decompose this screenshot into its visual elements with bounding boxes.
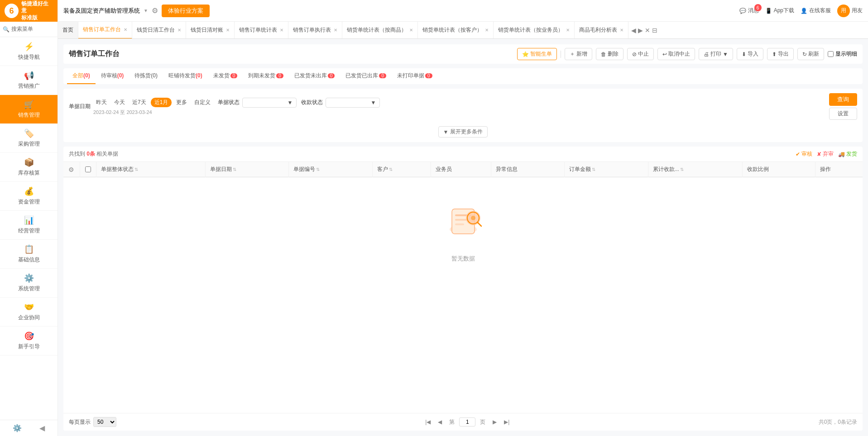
tab-close-customer[interactable]: ✕ bbox=[485, 28, 489, 33]
sidebar-item-marketing[interactable]: 📢 营销推广 bbox=[0, 66, 58, 95]
payment-select[interactable]: ▼ bbox=[326, 98, 380, 108]
online-service-item[interactable]: 👤 在线客服 bbox=[801, 7, 831, 14]
date-opt-7days[interactable]: 近7天 bbox=[129, 98, 149, 107]
sidebar-item-sales[interactable]: 🛒 销售管理 bbox=[0, 95, 58, 124]
tab-close-stats[interactable]: ✕ bbox=[280, 28, 283, 33]
tab-nav-prev[interactable]: ◀ bbox=[630, 27, 637, 34]
system-dropdown-icon[interactable]: ▼ bbox=[144, 8, 148, 13]
tab-home[interactable]: 首页 bbox=[58, 22, 78, 39]
delete-btn[interactable]: 🗑 删除 bbox=[596, 48, 623, 60]
new-btn[interactable]: ＋ 新增 bbox=[565, 48, 592, 60]
sub-tab-wangpu[interactable]: 旺铺待发货(0) bbox=[163, 68, 208, 84]
sidebar-item-purchase[interactable]: 🏷️ 采购管理 bbox=[0, 124, 58, 153]
sub-tab-overdue-not-shipped[interactable]: 到期未发货0 bbox=[243, 68, 289, 84]
expand-row: ▼ 展开更多条件 bbox=[69, 126, 857, 137]
tab-nav-expand[interactable]: ⊟ bbox=[651, 27, 658, 34]
customer-sort[interactable]: 客户 ⇅ bbox=[377, 166, 426, 173]
tab-sales-order-exec[interactable]: 销售订单执行表 ✕ bbox=[288, 22, 342, 39]
date-opt-yesterday[interactable]: 昨天 bbox=[93, 98, 110, 107]
cancel-approve-action[interactable]: ✘ 弃审 bbox=[817, 150, 834, 158]
first-page-btn[interactable]: |◀ bbox=[422, 418, 433, 426]
sub-tab-pending-review[interactable]: 待审核(0) bbox=[96, 68, 129, 84]
tab-close-staff[interactable]: ✕ bbox=[566, 28, 570, 33]
tab-goods-profit[interactable]: 商品毛利分析表 ✕ bbox=[575, 22, 628, 39]
collapse-icon[interactable]: ◀ bbox=[39, 424, 45, 432]
expand-btn[interactable]: ▼ 展开更多条件 bbox=[438, 126, 488, 137]
select-all-checkbox[interactable] bbox=[85, 166, 91, 172]
app-download-item[interactable]: 📱 App下载 bbox=[765, 7, 794, 14]
sidebar-item-system[interactable]: ⚙️ 系统管理 bbox=[0, 269, 58, 298]
msg-badge: 6 bbox=[754, 4, 762, 11]
tab-close-profit[interactable]: ✕ bbox=[620, 28, 623, 33]
sidebar-item-operation[interactable]: 📊 经营管理 bbox=[0, 211, 58, 240]
import-btn[interactable]: ⬇ 导入 bbox=[737, 48, 763, 60]
date-sort[interactable]: 单据日期 ⇅ bbox=[210, 166, 284, 173]
last-page-btn[interactable]: ▶| bbox=[501, 418, 512, 426]
show-detail-label[interactable]: 显示明细 bbox=[828, 50, 857, 58]
print-btn[interactable]: 🖨 打印 ▼ bbox=[699, 48, 733, 60]
tab-cash-reconcile[interactable]: 钱货日清对账 ✕ bbox=[186, 22, 235, 39]
tab-close-product[interactable]: ✕ bbox=[409, 28, 413, 33]
date-opt-more[interactable]: 更多 bbox=[173, 98, 190, 107]
tab-sales-stats-product[interactable]: 销货单统计表（按商品） ✕ bbox=[342, 22, 418, 39]
tab-close-sales-order[interactable]: ✕ bbox=[124, 27, 127, 32]
export-btn[interactable]: ⬆ 导出 bbox=[767, 48, 794, 60]
page-input[interactable] bbox=[459, 417, 475, 427]
topbar-gear-icon[interactable]: ⚙ bbox=[152, 6, 158, 15]
sub-tab-all[interactable]: 全部(0) bbox=[67, 68, 96, 84]
sidebar-search[interactable]: 🔍 搜索菜单 bbox=[0, 22, 58, 37]
system-icon: ⚙️ bbox=[24, 273, 34, 283]
amount-sort-icon: ⇅ bbox=[592, 167, 595, 172]
sub-tab-shipped-not-out[interactable]: 已发货未出库0 bbox=[289, 68, 340, 84]
ship-action[interactable]: 🚚 发货 bbox=[838, 150, 857, 158]
date-opt-1month[interactable]: 近1月 bbox=[151, 98, 172, 107]
sidebar-item-finance[interactable]: 💰 资金管理 bbox=[0, 182, 58, 211]
smart-create-btn[interactable]: ⭐ 智能生单 bbox=[517, 48, 557, 60]
msg-item[interactable]: 💬 消息 6 bbox=[739, 7, 759, 14]
sub-tab-pending-inspect[interactable]: 待拣货(0) bbox=[129, 68, 163, 84]
date-opt-today[interactable]: 今天 bbox=[111, 98, 128, 107]
tab-close-exec[interactable]: ✕ bbox=[334, 28, 337, 33]
sidebar-item-basic[interactable]: 📋 基础信息 bbox=[0, 240, 58, 269]
tab-close-cash-reconcile[interactable]: ✕ bbox=[226, 28, 230, 33]
select-all-input[interactable] bbox=[85, 166, 91, 172]
tab-sales-stats-staff[interactable]: 销货单统计表（按业务员） ✕ bbox=[494, 22, 575, 39]
user-item[interactable]: 用 用友 bbox=[837, 5, 863, 17]
sidebar-item-corp[interactable]: 🤝 企业协同 bbox=[0, 298, 58, 327]
number-sort[interactable]: 单据编号 ⇅ bbox=[293, 166, 368, 173]
approve-action[interactable]: ✔ 审核 bbox=[796, 150, 812, 158]
collected-sort[interactable]: 累计收款... ⇅ bbox=[653, 166, 738, 173]
tab-cash-daily[interactable]: 钱货日清工作台 ✕ bbox=[132, 22, 186, 39]
sidebar-item-newbie[interactable]: 🎯 新手引导 bbox=[0, 327, 58, 355]
date-opt-custom[interactable]: 自定义 bbox=[192, 98, 213, 107]
industry-btn[interactable]: 体验行业方案 bbox=[162, 5, 210, 17]
collected-sort-icon: ⇅ bbox=[680, 167, 684, 172]
refresh-btn[interactable]: ↻ 刷新 bbox=[797, 48, 824, 60]
tab-nav-close-all[interactable]: ✕ bbox=[644, 27, 651, 34]
purchase-icon: 🏷️ bbox=[24, 128, 34, 138]
status-select[interactable]: ▼ bbox=[242, 98, 297, 108]
tab-sales-order-workbench[interactable]: 销售订单工作台 ✕ bbox=[78, 22, 132, 39]
amount-sort[interactable]: 订单金额 ⇅ bbox=[569, 166, 643, 173]
status-sort[interactable]: 单据整体状态 ⇅ bbox=[101, 166, 201, 173]
sub-tab-shipped-out[interactable]: 已发货已出库0 bbox=[340, 68, 392, 84]
settings-icon[interactable]: ⚙ bbox=[68, 166, 75, 173]
prev-page-btn[interactable]: ◀ bbox=[435, 418, 445, 426]
cancel-stop-btn[interactable]: ↩ 取消中止 bbox=[657, 48, 695, 60]
page-actions: ⭐ 智能生单 ＋ 新增 🗑 删除 ⊘ 中止 ↩ 取消中止 bbox=[517, 48, 857, 60]
sidebar-item-quick-nav[interactable]: ⚡ 快捷导航 bbox=[0, 37, 58, 66]
tab-sales-order-stats[interactable]: 销售订单统计表 ✕ bbox=[235, 22, 288, 39]
query-btn[interactable]: 查询 bbox=[829, 93, 857, 106]
settings-bottom-icon[interactable]: ⚙️ bbox=[13, 424, 22, 432]
tab-sales-stats-customer[interactable]: 销货单统计表（按客户） ✕ bbox=[418, 22, 494, 39]
set-btn[interactable]: 设置 bbox=[829, 108, 857, 120]
sub-tab-not-printed[interactable]: 未打印单据0 bbox=[392, 68, 438, 84]
stop-btn[interactable]: ⊘ 中止 bbox=[627, 48, 654, 60]
sub-tab-not-shipped[interactable]: 未发货0 bbox=[208, 68, 243, 84]
sidebar-item-inventory[interactable]: 📦 库存核算 bbox=[0, 153, 58, 182]
tab-close-cash-daily[interactable]: ✕ bbox=[177, 28, 181, 33]
show-detail-checkbox[interactable] bbox=[828, 51, 834, 57]
page-size-select[interactable]: 10 20 50 100 bbox=[93, 417, 116, 427]
tab-nav-next[interactable]: ▶ bbox=[637, 27, 644, 34]
next-page-btn[interactable]: ▶ bbox=[490, 418, 499, 426]
